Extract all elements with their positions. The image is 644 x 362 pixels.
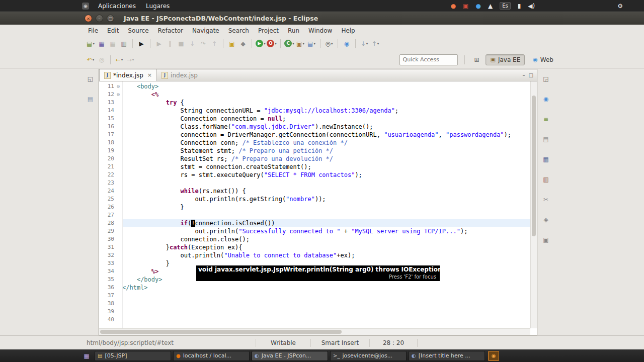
dropdown-arrow-icon[interactable]: ▾ bbox=[313, 42, 315, 46]
new-package-icon[interactable]: ▣▾ bbox=[295, 39, 305, 49]
code-line[interactable]: 38 bbox=[99, 300, 537, 308]
tab-index-jsp[interactable]: J index.jsp bbox=[157, 69, 202, 81]
fold-collapse-icon[interactable]: ⊖ bbox=[114, 90, 122, 99]
orange-indicator-icon[interactable]: ◉ bbox=[488, 351, 499, 361]
perspective-web-button[interactable]: ◉ Web bbox=[529, 55, 557, 65]
code-line[interactable]: 40 bbox=[99, 316, 537, 324]
code-line[interactable]: 39 bbox=[99, 308, 537, 316]
external-tools-icon[interactable]: Q▾ bbox=[267, 39, 277, 49]
step-over-icon[interactable]: ↷ bbox=[198, 39, 208, 49]
step-return-icon[interactable]: ↑ bbox=[209, 39, 219, 49]
save-all-icon[interactable]: ▦ bbox=[108, 39, 118, 49]
code-editor[interactable]: 11⊖ <body>12⊖ <%13 try {14 String connec… bbox=[99, 81, 537, 328]
messenger-icon[interactable]: ● bbox=[475, 3, 480, 9]
dropdown-arrow-icon[interactable]: ▾ bbox=[121, 58, 123, 62]
vertical-scrollbar[interactable] bbox=[530, 81, 537, 328]
taskbar-item[interactable]: ●localhost / local... bbox=[173, 351, 250, 361]
dropdown-arrow-icon[interactable]: ▾ bbox=[132, 58, 134, 62]
quick-access-input[interactable] bbox=[399, 54, 458, 65]
network-wifi-icon[interactable]: ▲ bbox=[488, 3, 493, 9]
dropdown-arrow-icon[interactable]: ▾ bbox=[93, 42, 95, 46]
dropdown-arrow-icon[interactable]: ▾ bbox=[93, 58, 95, 62]
code-line[interactable]: 22 rs = stmt.executeQuery("SELECT * FROM… bbox=[99, 171, 537, 179]
code-line[interactable]: 21 stmt = connection.createStatement(); bbox=[99, 163, 537, 171]
places-menu[interactable]: Lugares bbox=[141, 3, 175, 10]
menu-file[interactable]: File bbox=[84, 26, 103, 35]
new-file-icon[interactable]: ▤▾ bbox=[306, 39, 316, 49]
distro-logo-icon[interactable]: ◉ bbox=[82, 3, 89, 10]
code-line[interactable]: 11⊖ <body> bbox=[99, 82, 537, 90]
window-titlebar[interactable]: × – □ Java EE - JSPconectaDB/WebContent/… bbox=[0, 12, 644, 25]
back-icon[interactable]: ←▾ bbox=[114, 55, 124, 65]
project-explorer-icon[interactable]: ▤ bbox=[85, 93, 97, 105]
dropdown-arrow-icon[interactable]: ▾ bbox=[275, 42, 277, 46]
code-line[interactable]: 18 Connection conn; /* Establezco una co… bbox=[99, 139, 537, 147]
menu-refactor[interactable]: Refactor bbox=[153, 26, 188, 35]
tab-close-icon[interactable]: × bbox=[147, 72, 152, 78]
fold-collapse-icon[interactable]: ⊖ bbox=[114, 82, 122, 90]
taskbar-item[interactable]: ▤[05-JSP] bbox=[95, 351, 171, 361]
code-line[interactable]: 19 Statement stmt; /* Preparo una petici… bbox=[99, 147, 537, 155]
dropdown-arrow-icon[interactable]: ▾ bbox=[366, 42, 368, 46]
code-line[interactable]: 25 out.println(rs.getString("nombre")); bbox=[99, 195, 537, 203]
code-line[interactable]: 15 Connection connection = null; bbox=[99, 115, 537, 123]
data-source-explorer-icon[interactable]: ▥ bbox=[540, 173, 552, 186]
keyboard-layout-indicator[interactable]: Es bbox=[500, 2, 511, 10]
battery-icon[interactable]: ▮ bbox=[518, 3, 521, 9]
dropdown-arrow-icon[interactable]: ▾ bbox=[264, 42, 266, 46]
code-line[interactable]: 37 bbox=[99, 292, 537, 300]
taskbar-item[interactable]: ◐Java EE - JSPcon... bbox=[252, 351, 328, 361]
save-icon[interactable]: ▦ bbox=[97, 39, 107, 49]
window-close-button[interactable]: × bbox=[85, 15, 92, 22]
dropdown-arrow-icon[interactable]: ▾ bbox=[302, 42, 304, 46]
build-icon[interactable]: ◆ bbox=[238, 39, 248, 49]
web-browser-icon[interactable]: ◉ bbox=[342, 39, 352, 49]
pause-icon[interactable]: ‖ bbox=[165, 39, 175, 49]
volume-icon[interactable]: ◀) bbox=[528, 3, 535, 9]
dropdown-arrow-icon[interactable]: ▾ bbox=[377, 42, 379, 46]
menu-source[interactable]: Source bbox=[123, 26, 153, 35]
perspective-java-ee-button[interactable]: ▣ Java EE bbox=[486, 54, 525, 65]
next-annotation-icon[interactable]: ↓▾ bbox=[359, 39, 369, 49]
last-edit-location-icon[interactable]: ↶▾ bbox=[86, 55, 96, 65]
code-line[interactable]: 24 while(rs.next()) { bbox=[99, 187, 537, 195]
maximize-view-icon[interactable]: □ bbox=[529, 72, 533, 78]
settings-gear-icon[interactable]: ⚙ bbox=[617, 3, 623, 9]
code-line[interactable]: 30 connection.close(); bbox=[99, 235, 537, 243]
dropdown-arrow-icon[interactable]: ▾ bbox=[331, 42, 333, 46]
previous-annotation-icon[interactable]: ↑▾ bbox=[370, 39, 380, 49]
applications-menu[interactable]: Aplicaciones bbox=[93, 3, 141, 10]
resume-icon[interactable]: ▶ bbox=[154, 39, 164, 49]
dropdown-arrow-icon[interactable]: ▾ bbox=[292, 42, 294, 46]
menu-project[interactable]: Project bbox=[254, 26, 283, 35]
window-maximize-button[interactable]: □ bbox=[107, 15, 114, 22]
window-minimize-button[interactable]: – bbox=[96, 15, 103, 22]
mark-occurrences-icon[interactable]: ▣ bbox=[227, 39, 237, 49]
menu-navigate[interactable]: Navigate bbox=[188, 26, 224, 35]
code-line[interactable]: 36</html> bbox=[99, 284, 537, 292]
vertical-scrollbar-thumb[interactable] bbox=[532, 96, 536, 236]
code-line[interactable]: 20 ResultSet rs; /* Preparo una devoluci… bbox=[99, 155, 537, 163]
open-perspective-icon[interactable]: ⊞ bbox=[471, 55, 481, 65]
restore-right-panel-icon[interactable]: ◲ bbox=[540, 73, 552, 85]
sync-status-icon[interactable]: ● bbox=[451, 3, 456, 9]
show-desktop-icon[interactable]: ▦ bbox=[82, 351, 91, 360]
code-line[interactable]: 14 String connectionURL = "jdbc:mysql://… bbox=[99, 107, 537, 115]
forward-icon[interactable]: →▾ bbox=[125, 55, 135, 65]
code-line[interactable]: 12⊖ <% bbox=[99, 90, 537, 99]
code-line[interactable]: 28 if(!connection.isClosed()) bbox=[99, 219, 537, 227]
menu-run[interactable]: Run bbox=[283, 26, 304, 35]
restore-left-panel-icon[interactable]: ◱ bbox=[85, 73, 97, 85]
horizontal-scrollbar-thumb[interactable] bbox=[100, 330, 342, 334]
code-line[interactable]: 17 connection = DriverManager.getConnect… bbox=[99, 131, 537, 139]
pin-editor-icon[interactable]: ◎ bbox=[97, 55, 107, 65]
outline-icon[interactable]: ≡ bbox=[540, 113, 552, 125]
screen-recorder-icon[interactable]: ▣ bbox=[463, 3, 468, 9]
taskbar-item[interactable]: >_josevicente@jos... bbox=[330, 351, 407, 361]
code-line[interactable]: 32 out.println("Unable to connect to dat… bbox=[99, 251, 537, 259]
new-wizard-icon[interactable]: ▤▾ bbox=[86, 39, 96, 49]
horizontal-scrollbar[interactable] bbox=[99, 328, 530, 335]
search-icon[interactable]: ◎▾ bbox=[324, 39, 334, 49]
properties-icon[interactable]: ▣ bbox=[540, 234, 552, 246]
menu-window[interactable]: Window bbox=[304, 26, 337, 35]
